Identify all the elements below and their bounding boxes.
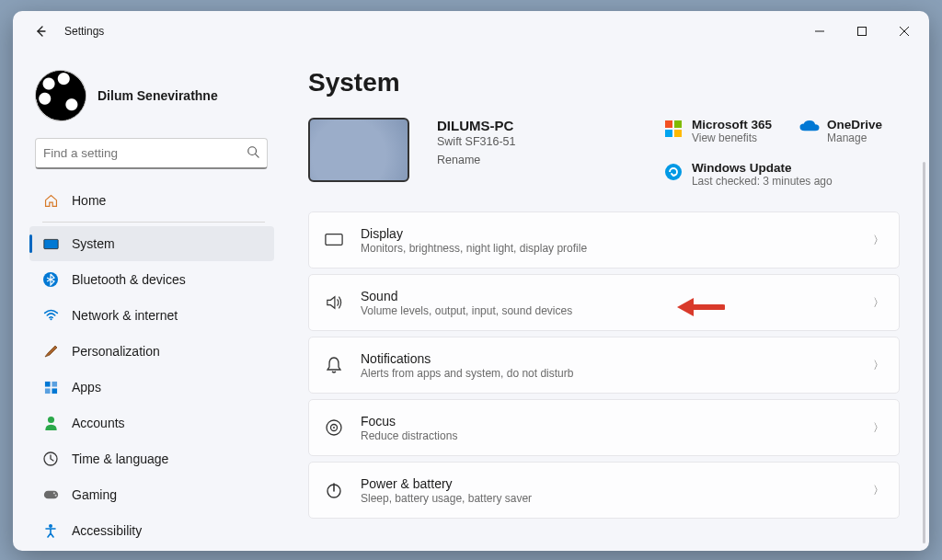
body: Dilum Senevirathne Home: [13, 51, 929, 551]
close-icon: [900, 27, 909, 36]
card-focus[interactable]: Focus Reduce distractions 〉: [308, 399, 900, 456]
link-microsoft-365[interactable]: Microsoft 365 View benefits: [664, 118, 772, 144]
chevron-right-icon: 〉: [873, 233, 884, 248]
settings-window: Settings Dilum Senevirathne: [13, 11, 929, 551]
rename-link[interactable]: Rename: [437, 154, 515, 166]
windows-update-icon: [664, 163, 683, 181]
svg-point-19: [49, 524, 52, 528]
nav-label: Gaming: [72, 487, 117, 502]
card-sub: Alerts from apps and system, do not dist…: [361, 367, 856, 380]
nav-home[interactable]: Home: [29, 183, 274, 218]
avatar: [35, 70, 86, 121]
link-title: OneDrive: [827, 118, 882, 131]
window-title: Settings: [64, 25, 104, 38]
svg-point-18: [54, 495, 56, 497]
chevron-right-icon: 〉: [873, 420, 884, 436]
search-icon: [247, 145, 259, 161]
clock-icon: [42, 451, 59, 467]
sound-icon: [324, 292, 344, 313]
svg-point-17: [52, 492, 54, 494]
search-box[interactable]: [35, 138, 268, 169]
nav-label: Apps: [72, 380, 101, 394]
nav-divider: [42, 222, 265, 223]
nav-apps[interactable]: Apps: [29, 370, 274, 405]
power-icon: [324, 480, 344, 500]
svg-rect-13: [52, 388, 57, 394]
nav-label: Personalization: [72, 344, 160, 359]
svg-point-24: [665, 164, 682, 180]
card-title: Display: [361, 226, 856, 241]
nav-personalization[interactable]: Personalization: [29, 334, 274, 369]
svg-line-6: [256, 154, 259, 158]
quick-links: Microsoft 365 View benefits OneDrive Man…: [664, 118, 907, 188]
link-title: Windows Update: [692, 161, 833, 175]
svg-point-5: [248, 147, 257, 155]
nav-label: Time & language: [72, 451, 168, 466]
nav-accounts[interactable]: Accounts: [29, 406, 274, 440]
link-title: Microsoft 365: [692, 118, 772, 131]
svg-rect-7: [43, 239, 57, 248]
pc-thumbnail[interactable]: [308, 118, 409, 182]
close-button[interactable]: [883, 17, 925, 46]
maximize-icon: [857, 27, 867, 36]
titlebar: Settings: [13, 11, 929, 51]
nav-label: Accounts: [72, 416, 125, 430]
link-onedrive[interactable]: OneDrive Manage: [799, 118, 907, 144]
nav-bluetooth[interactable]: Bluetooth & devices: [29, 262, 274, 297]
user-name: Dilum Senevirathne: [98, 88, 218, 103]
nav-label: Accessibility: [72, 523, 142, 538]
arrow-left-icon: [33, 24, 48, 39]
svg-rect-20: [665, 120, 672, 128]
svg-rect-12: [44, 388, 50, 394]
wifi-icon: [42, 307, 59, 324]
home-icon: [42, 192, 59, 209]
pc-model: Swift SF316-51: [437, 135, 515, 148]
nav-accessibility[interactable]: Accessibility: [29, 513, 274, 548]
scrollbar[interactable]: [923, 162, 925, 543]
card-display[interactable]: Display Monitors, brightness, night ligh…: [308, 211, 900, 269]
card-notifications[interactable]: Notifications Alerts from apps and syste…: [308, 337, 900, 394]
user-profile[interactable]: Dilum Senevirathne: [29, 63, 281, 138]
svg-rect-2: [858, 28, 867, 36]
display-icon: [324, 230, 344, 250]
search-input[interactable]: [43, 146, 247, 160]
card-title: Focus: [361, 414, 856, 429]
bell-icon: [324, 355, 344, 375]
nav-network[interactable]: Network & internet: [29, 298, 274, 333]
maximize-button[interactable]: [841, 17, 883, 46]
nav-label: Bluetooth & devices: [72, 272, 186, 287]
card-power[interactable]: Power & battery Sleep, battery usage, ba…: [308, 462, 900, 519]
nav-label: Network & internet: [72, 308, 178, 323]
nav-time[interactable]: Time & language: [29, 441, 274, 476]
accessibility-icon: [42, 522, 59, 539]
back-button[interactable]: [24, 15, 57, 48]
svg-rect-22: [665, 130, 672, 137]
main-content: System DILUMS-PC Swift SF316-51 Rename M…: [284, 51, 929, 551]
sidebar: Dilum Senevirathne Home: [13, 51, 284, 551]
pc-info: DILUMS-PC Swift SF316-51 Rename: [437, 118, 515, 166]
search-wrap: [29, 138, 281, 169]
nav: Home System Bluetooth & devices Network …: [29, 182, 281, 551]
svg-point-9: [50, 318, 52, 320]
card-sub: Volume levels, output, input, sound devi…: [361, 304, 856, 317]
nav-label: Home: [72, 193, 106, 208]
nav-gaming[interactable]: Gaming: [29, 477, 274, 512]
minimize-button[interactable]: [798, 17, 841, 46]
brush-icon: [42, 343, 59, 360]
link-windows-update[interactable]: Windows Update Last checked: 3 minutes a…: [664, 161, 907, 188]
nav-system[interactable]: System: [29, 226, 274, 261]
page-title: System: [308, 68, 907, 97]
minimize-icon: [815, 27, 824, 36]
card-sub: Sleep, battery usage, battery saver: [361, 492, 856, 505]
svg-rect-25: [326, 234, 342, 246]
card-sound[interactable]: Sound Volume levels, output, input, soun…: [308, 274, 900, 331]
card-title: Notifications: [361, 351, 856, 366]
settings-cards: Display Monitors, brightness, night ligh…: [308, 211, 907, 519]
link-sub: Manage: [827, 131, 882, 144]
card-title: Sound: [361, 289, 856, 303]
system-info-row: DILUMS-PC Swift SF316-51 Rename Microsof…: [308, 118, 907, 188]
svg-point-28: [333, 427, 335, 429]
window-controls: [798, 17, 925, 46]
system-icon: [42, 235, 59, 252]
card-title: Power & battery: [361, 476, 856, 491]
